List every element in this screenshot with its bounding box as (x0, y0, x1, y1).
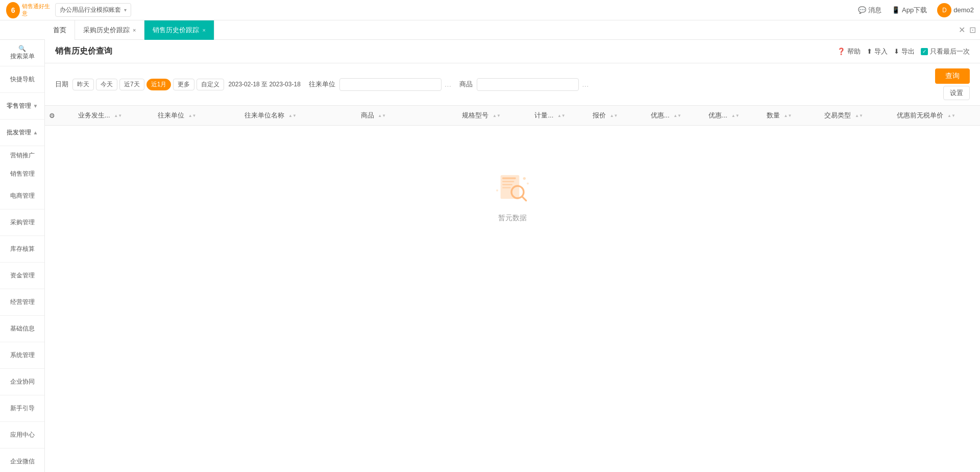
col-gear[interactable]: ⚙ (45, 106, 74, 126)
svg-rect-1 (502, 177, 516, 179)
partner-dots-icon[interactable]: ... (445, 80, 451, 89)
app-download-label: App下载 (902, 6, 927, 15)
guide-label: 新手引导 (10, 404, 35, 413)
col-trade-type[interactable]: 交易类型 ▲▼ (820, 106, 893, 126)
search-icon: 🔍 (18, 45, 26, 52)
col-partner-name[interactable]: 往来单位名称 ▲▼ (240, 106, 356, 126)
sidebar-item-operations[interactable]: 经营管理 (0, 289, 44, 316)
sidebar-item-basic-info[interactable]: 基础信息 (0, 316, 44, 342)
svg-line-6 (522, 197, 526, 201)
ecommerce-label: 电商管理 (10, 192, 35, 200)
sidebar-item-wechat[interactable]: 企业微信 (0, 449, 44, 472)
enterprise-label: 企业协同 (10, 377, 35, 386)
svg-rect-4 (502, 187, 511, 188)
empty-state: 暂元数据 (45, 126, 980, 264)
retail-label: 零售管理 (7, 102, 31, 110)
sidebar-item-purchase[interactable]: 采购管理 (0, 209, 44, 236)
sidebar-item-marketing[interactable]: 营销推广 (0, 146, 44, 164)
only-last-checkbox[interactable]: ✓ (921, 48, 928, 55)
date-range-display: 2023-02-18 至 2023-03-18 (228, 80, 300, 89)
sidebar-item-quicknav[interactable]: 快捷导航 (0, 66, 44, 93)
workspace-selector[interactable]: 办公用品行业模拟账套 ▾ (55, 3, 131, 17)
product-input[interactable] (477, 78, 579, 91)
message-icon: 💬 (858, 6, 866, 14)
svg-point-8 (527, 182, 529, 184)
date-btn-today[interactable]: 今天 (96, 79, 117, 90)
finance-label: 资金管理 (10, 271, 35, 280)
quicknav-label: 快捷导航 (10, 75, 35, 84)
sidebar-item-app-center[interactable]: 应用中心 (0, 422, 44, 449)
date-btn-last1month[interactable]: 近1月 (146, 79, 172, 90)
sidebar-item-system[interactable]: 系统管理 (0, 342, 44, 369)
sidebar-item-retail[interactable]: 零售管理 ▼ (0, 93, 44, 120)
date-buttons: 昨天 今天 近7天 近1月 更多 自定义 (72, 79, 224, 90)
table-header: ⚙ 业务发生... ▲▼ 往来单位 ▲▼ 往来单位 (45, 106, 980, 126)
app-download-icon: 📱 (892, 6, 900, 14)
export-action[interactable]: ⬇ 导出 (894, 47, 915, 56)
product-filter-group: 商品 ... (459, 78, 589, 91)
only-last-label: 只看最后一次 (930, 47, 970, 56)
sidebar-item-finance[interactable]: 资金管理 (0, 263, 44, 289)
import-icon: ⬆ (867, 48, 872, 55)
svg-point-7 (523, 177, 526, 180)
tab-purchase-history-close-icon[interactable]: × (133, 27, 136, 33)
import-action[interactable]: ⬆ 导入 (867, 47, 888, 56)
app-download-action[interactable]: 📱 App下载 (892, 6, 927, 15)
date-btn-last7days[interactable]: 近7天 (119, 79, 144, 90)
set-button[interactable]: 设置 (943, 86, 970, 100)
col-qty[interactable]: 数量 ▲▼ (763, 106, 821, 126)
tab-home[interactable]: 首页 (45, 20, 75, 40)
col-price[interactable]: 报价 ▲▼ (589, 106, 647, 126)
sidebar-item-enterprise[interactable]: 企业协同 (0, 369, 44, 395)
app-center-label: 应用中心 (10, 431, 35, 439)
sort-product-icon: ▲▼ (378, 113, 386, 118)
date-btn-custom[interactable]: 自定义 (197, 79, 224, 90)
col-tax-price[interactable]: 优惠前无税单价 ▲▼ (893, 106, 980, 126)
tab-sales-history-label: 销售历史价跟踪 (153, 26, 199, 35)
sort-discount1-icon: ▲▼ (673, 113, 681, 118)
tab-sales-history-close-icon[interactable]: × (202, 27, 205, 33)
sidebar-item-wholesale[interactable]: 批发管理 ▲ (0, 120, 44, 146)
tab-close-all-button[interactable]: ✕ (959, 25, 965, 35)
col-spec[interactable]: 规格型号 ▲▼ (458, 106, 530, 126)
date-btn-yesterday[interactable]: 昨天 (72, 79, 94, 90)
empty-data-illustration (492, 167, 533, 207)
sidebar-item-search[interactable]: 🔍 搜索菜单 (0, 40, 44, 66)
tab-home-label: 首页 (53, 26, 66, 35)
purchase-label: 采购管理 (10, 218, 35, 227)
partner-input[interactable] (339, 78, 442, 91)
top-bar: 6 销售通好生意 办公用品行业模拟账套 ▾ 💬 消息 📱 App下载 D dem… (0, 0, 980, 20)
help-action[interactable]: ❓ 帮助 (837, 47, 861, 56)
tab-restore-button[interactable]: ⊡ (969, 25, 976, 35)
user-action[interactable]: D demo2 (937, 3, 974, 17)
tab-purchase-history[interactable]: 采购历史价跟踪 × (75, 20, 144, 40)
app-container: 6 销售通好生意 办公用品行业模拟账套 ▾ 💬 消息 📱 App下载 D dem… (0, 0, 980, 472)
empty-text: 暂元数据 (498, 214, 527, 223)
sort-partner-code-icon: ▲▼ (188, 113, 197, 118)
product-dots-icon[interactable]: ... (582, 80, 589, 89)
col-discount2[interactable]: 优惠... ▲▼ (704, 106, 763, 126)
page-header-actions: ❓ 帮助 ⬆ 导入 ⬇ 导出 ✓ 只看最后一次 (837, 47, 970, 56)
tab-sales-history[interactable]: 销售历史价跟踪 × (144, 20, 214, 40)
user-avatar: D (937, 3, 951, 17)
message-action[interactable]: 💬 消息 (858, 6, 881, 15)
date-btn-more[interactable]: 更多 (173, 79, 194, 90)
sort-partner-name-icon: ▲▼ (288, 113, 297, 118)
col-unit[interactable]: 计量... ▲▼ (530, 106, 589, 126)
query-button[interactable]: 查询 (935, 68, 970, 84)
sidebar-item-ecommerce[interactable]: 电商管理 (0, 183, 44, 209)
only-last-checkbox-label[interactable]: ✓ 只看最后一次 (921, 47, 970, 56)
workspace-label: 办公用品行业模拟账套 (60, 6, 121, 14)
col-discount1[interactable]: 优惠... ▲▼ (647, 106, 705, 126)
sidebar-item-sales-mgmt[interactable]: 销售管理 (0, 164, 44, 183)
col-biz-date[interactable]: 业务发生... ▲▼ (74, 106, 154, 126)
filter-bar: 日期 昨天 今天 近7天 近1月 更多 自定义 2023-02-18 至 202… (45, 63, 980, 106)
sort-tax-price-icon: ▲▼ (947, 113, 955, 118)
inventory-label: 库存核算 (10, 245, 35, 253)
sidebar-item-guide[interactable]: 新手引导 (0, 395, 44, 422)
partner-input-group: ... (339, 78, 451, 91)
col-product[interactable]: 商品 ▲▼ (357, 106, 458, 126)
sidebar-item-inventory[interactable]: 库存核算 (0, 236, 44, 263)
col-partner-code[interactable]: 往来单位 ▲▼ (154, 106, 240, 126)
sort-spec-icon: ▲▼ (493, 113, 501, 118)
